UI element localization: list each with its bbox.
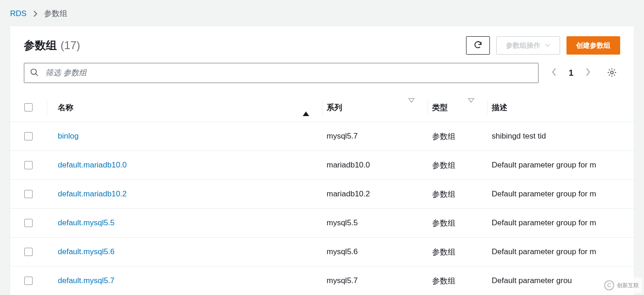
gear-icon	[607, 67, 617, 79]
column-header-series-label: 系列	[327, 102, 342, 113]
row-type: 参数组	[432, 160, 455, 171]
select-all-checkbox[interactable]	[24, 103, 33, 111]
row-type: 参数组	[432, 218, 455, 228]
breadcrumb-root-link[interactable]: RDS	[10, 9, 27, 18]
row-series: mariadb10.0	[327, 161, 370, 170]
parameter-group-name-link[interactable]: default.mysql5.7	[58, 276, 115, 285]
parameter-group-name-link[interactable]: default.mysql5.6	[58, 247, 115, 256]
row-description: Default parameter grou	[492, 276, 572, 285]
actions-label: 参数组操作	[506, 41, 540, 50]
row-checkbox[interactable]	[24, 132, 33, 140]
row-series: mysql5.7	[327, 132, 358, 141]
row-type: 参数组	[432, 247, 455, 257]
parameter-groups-table: 名称 系列 类型 描述 binlog	[10, 93, 634, 295]
chevron-right-icon	[33, 10, 38, 17]
table-row: default.mariadb10.0 mariadb10.0 参数组 Defa…	[10, 150, 634, 179]
svg-point-2	[611, 71, 613, 74]
table-header-row: 名称 系列 类型 描述	[10, 93, 634, 122]
table-row: default.mysql5.6 mysql5.6 参数组 Default pa…	[10, 237, 634, 266]
item-count: (17)	[61, 39, 80, 52]
column-header-description-label: 描述	[492, 102, 507, 113]
parameter-group-name-link[interactable]: binlog	[58, 132, 78, 141]
table-row: binlog mysql5.7 参数组 shibingd test tid	[10, 122, 634, 150]
breadcrumb: RDS 参数组	[0, 0, 644, 26]
row-type: 参数组	[432, 189, 455, 200]
sort-icon	[468, 103, 474, 112]
row-checkbox[interactable]	[24, 190, 33, 198]
refresh-icon	[473, 40, 483, 51]
breadcrumb-current: 参数组	[44, 8, 67, 19]
row-description: Default parameter group for m	[492, 218, 596, 228]
row-checkbox[interactable]	[24, 277, 33, 285]
svg-point-0	[31, 69, 37, 74]
page-title: 参数组	[24, 38, 57, 53]
watermark: C 创新互联	[601, 278, 642, 293]
parameter-group-name-link[interactable]: default.mariadb10.2	[58, 189, 127, 199]
row-checkbox[interactable]	[24, 248, 33, 256]
row-series: mysql5.5	[327, 218, 358, 228]
caret-down-icon	[545, 44, 550, 47]
parameter-groups-card: 参数组 (17) 参数组操作 创建参数组	[10, 26, 634, 295]
table-row: default.mysql5.5 mysql5.5 参数组 Default pa…	[10, 208, 634, 237]
row-series: mysql5.6	[327, 247, 358, 256]
settings-button[interactable]	[604, 67, 620, 79]
search-input[interactable]	[44, 68, 533, 78]
chevron-right-icon	[585, 67, 591, 79]
column-header-name[interactable]: 名称	[47, 93, 322, 122]
column-header-type[interactable]: 类型	[427, 93, 487, 122]
parameter-group-name-link[interactable]: default.mysql5.5	[58, 218, 115, 228]
column-header-description[interactable]: 描述	[487, 93, 634, 122]
svg-line-1	[36, 73, 38, 76]
column-header-type-label: 类型	[432, 102, 448, 113]
sort-icon	[408, 103, 415, 112]
column-header-series[interactable]: 系列	[322, 93, 427, 122]
parameter-group-name-link[interactable]: default.mariadb10.0	[58, 161, 127, 170]
row-checkbox[interactable]	[24, 161, 33, 169]
watermark-text: 创新互联	[617, 282, 639, 289]
actions-dropdown-button[interactable]: 参数组操作	[496, 36, 560, 55]
row-description: Default parameter group for m	[492, 161, 596, 170]
sort-asc-icon	[303, 103, 309, 112]
watermark-logo-icon: C	[604, 280, 614, 290]
row-description: Default parameter group for m	[492, 189, 596, 199]
column-header-name-label: 名称	[58, 102, 73, 113]
row-type: 参数组	[432, 276, 455, 286]
row-type: 参数组	[432, 131, 455, 142]
table-row: default.mysql5.7 mysql5.7 参数组 Default pa…	[10, 266, 634, 295]
next-page-button[interactable]	[582, 65, 594, 81]
pagination: 1	[548, 65, 594, 81]
prev-page-button[interactable]	[548, 65, 561, 81]
page-number: 1	[569, 68, 573, 78]
row-description: Default parameter group for m	[492, 247, 596, 256]
table-row: default.mariadb10.2 mariadb10.2 参数组 Defa…	[10, 179, 634, 208]
search-icon	[30, 68, 39, 78]
row-checkbox[interactable]	[24, 219, 33, 227]
row-description: shibingd test tid	[492, 132, 546, 141]
create-parameter-group-button[interactable]: 创建参数组	[566, 36, 620, 55]
chevron-left-icon	[551, 67, 557, 79]
row-series: mysql5.7	[327, 276, 358, 285]
search-box[interactable]	[24, 63, 539, 83]
row-series: mariadb10.2	[327, 189, 370, 199]
refresh-button[interactable]	[466, 36, 490, 55]
